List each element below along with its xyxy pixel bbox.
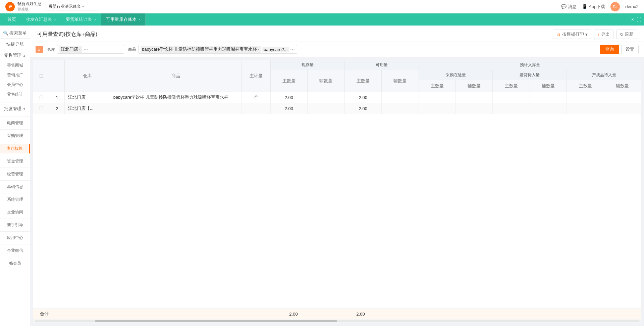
sidebar-item-inventory[interactable]: 库存核算 (0, 144, 30, 153)
sidebar-item-ops[interactable]: 经营管理 (0, 169, 30, 179)
sidebar-divider-1 (0, 102, 30, 102)
row-avail-aux (382, 92, 419, 103)
total-stock-main: 2.00 (277, 312, 310, 317)
row-product-aux (604, 92, 641, 103)
sidebar-item-corp[interactable]: 企业协同 (0, 207, 30, 217)
tab-receive-close-icon[interactable]: × (54, 17, 56, 21)
tab-receive[interactable]: 收发存汇总表 × (21, 13, 61, 26)
product-tag-babycare-remove[interactable]: × (258, 48, 260, 51)
table-body: ☐ 1 江北门店 babycare学饮杯 儿童防摔防撞吸管杯重力球吸嘴杯宝宝水杯… (33, 92, 641, 114)
sidebar-divider-2 (0, 117, 30, 117)
page-title: 可用量查询(按仓库+商品) (37, 31, 97, 38)
th-avail-aux: 辅数量 (382, 70, 419, 92)
chevron-down-icon: ▾ (82, 5, 84, 8)
sidebar-group-batch-title[interactable]: 批发管理 ▼ (0, 104, 30, 114)
row-warehouse: 江北门店【... (64, 103, 110, 114)
sidebar-item-member-center[interactable]: 会员中心 (0, 80, 30, 90)
selector-text: 母婴行业演示账套 (49, 4, 81, 9)
th-product-aux: 辅数量 (604, 80, 641, 92)
header-checkbox-icon[interactable]: ☐ (39, 73, 44, 79)
th-planned-in-group: 预计入库量 (419, 60, 641, 70)
message-button[interactable]: 💬 消息 (561, 4, 577, 10)
filter-bar: » 仓库 江北门店 × ··· 商品 babycare学饮杯 儿童防摔防撞吸管杯… (30, 42, 644, 57)
sidebar-group-retail-label: 零售管理 (4, 52, 21, 58)
sidebar-item-marketing[interactable]: 营销推广 (0, 70, 30, 80)
th-incoming-main: 主数量 (493, 80, 530, 92)
warehouse-filter-label: 仓库 (47, 47, 55, 52)
main-layout: 🔍 搜索菜单 快捷导航 零售管理 ▲ 零售商城 营销推广 会员中心 零售统计 批… (0, 26, 644, 326)
sidebar-divider-13 (0, 257, 30, 257)
logo-text-area: 畅捷通好生意 标准版 (17, 1, 42, 12)
user-name[interactable]: demo2 (625, 4, 639, 9)
tab-close-all-icon[interactable]: × (631, 17, 634, 22)
refresh-label: 刷新 (625, 31, 634, 37)
row-stock-aux (308, 103, 344, 114)
sidebar-group-retail-title[interactable]: 零售管理 ▲ (0, 50, 30, 60)
warehouse-filter-more[interactable]: ··· (84, 46, 88, 52)
sidebar: 🔍 搜索菜单 快捷导航 零售管理 ▲ 零售商城 营销推广 会员中心 零售统计 批… (0, 26, 30, 326)
sidebar-item-retail-shop[interactable]: 零售商城 (0, 60, 30, 70)
tab-available[interactable]: 可用量库存账本 × (101, 13, 146, 26)
horizontal-scrollbar[interactable] (33, 319, 641, 323)
sidebar-divider-7 (0, 180, 30, 181)
warehouse-filter-group: 仓库 江北门店 × ··· (47, 45, 124, 54)
th-incoming-group: 进货待入量 (493, 70, 567, 80)
account-selector[interactable]: 母婴行业演示账套 ▾ (46, 3, 99, 10)
sidebar-item-wx-work[interactable]: 企业微信 (0, 246, 30, 255)
row-checkbox-icon[interactable]: ☐ (39, 95, 44, 100)
th-available-group: 可用量 (344, 60, 419, 70)
row-purchase-aux (456, 103, 493, 114)
product-filter-more[interactable]: ··· (290, 46, 294, 52)
sidebar-item-retail-stat[interactable]: 零售统计 (0, 90, 30, 99)
sidebar-item-ecommerce[interactable]: 电商管理 (0, 118, 30, 128)
sidebar-item-basic[interactable]: 基础信息 (0, 182, 30, 192)
refresh-button[interactable]: ↻ 刷新 (616, 30, 637, 39)
tab-home[interactable]: 首页 (3, 13, 21, 26)
sidebar-divider-5 (0, 155, 30, 155)
sidebar-item-system[interactable]: 系统管理 (0, 195, 30, 204)
sidebar-divider-3 (0, 129, 30, 130)
app-label: App下载 (589, 4, 605, 10)
tab-order-stat-close-icon[interactable]: × (94, 17, 96, 21)
sidebar-item-member[interactable]: 畅会员 (0, 259, 30, 268)
page-actions: 🖨 按模板打印 ▾ ↑ 导出 ↻ 刷新 (553, 30, 638, 39)
product-filter-input[interactable]: babycare学饮杯 儿童防摔防撞吸管杯重力球吸嘴杯宝宝水杯 × babyca… (138, 45, 297, 54)
tab-order-stat[interactable]: 要货单统计表 × (61, 13, 101, 26)
warehouse-tag-jiangbei: 江北门店 × (59, 46, 82, 53)
sidebar-item-newbie[interactable]: 新手引导 (0, 220, 30, 230)
row-checkbox[interactable]: ☐ (33, 92, 50, 103)
export-icon: ↑ (598, 32, 600, 37)
export-button[interactable]: ↑ 导出 (594, 30, 614, 39)
sidebar-quick-nav[interactable]: 快捷导航 (0, 40, 30, 49)
logo-area: 好 畅捷通好生意 标准版 (5, 1, 42, 12)
scroll-thumb[interactable] (95, 320, 337, 322)
app-download-button[interactable]: 📱 App下载 (582, 4, 605, 10)
tab-available-close-icon[interactable]: × (139, 17, 141, 21)
sidebar-item-finance[interactable]: 资金管理 (0, 156, 30, 166)
sidebar-divider-12 (0, 244, 30, 244)
expand-icon: » (38, 47, 40, 52)
row-purchase-main (419, 103, 455, 114)
row-checkbox[interactable]: ☐ (33, 103, 50, 114)
filter-expand-button[interactable]: » (36, 46, 43, 53)
table-container: ☐ 仓库 商品 主计量 现存量 可用量 预计入库量 主数量 辅数 (33, 60, 641, 323)
top-bar-left: 好 畅捷通好生意 标准版 母婴行业演示账套 ▾ (5, 1, 99, 12)
tab-fullscreen-icon[interactable]: ⛶ (637, 17, 641, 22)
sidebar-search[interactable]: 🔍 搜索菜单 (0, 28, 30, 39)
row-purchase-aux (456, 92, 493, 103)
warehouse-tag-jiangbei-remove[interactable]: × (79, 48, 81, 51)
sidebar-item-app-center[interactable]: 应用中心 (0, 233, 30, 243)
row-incoming-main (493, 92, 530, 103)
row-checkbox-icon[interactable]: ☐ (39, 106, 44, 111)
setting-button[interactable]: 设置 (621, 45, 639, 54)
query-button[interactable]: 查询 (600, 45, 619, 54)
sidebar-divider-8 (0, 193, 30, 193)
th-product: 商品 (110, 60, 241, 92)
th-stock-group: 现存量 (270, 60, 344, 70)
sidebar-item-purchase[interactable]: 采购管理 (0, 131, 30, 141)
warehouse-filter-input[interactable]: 江北门店 × ··· (57, 45, 124, 54)
template-print-button[interactable]: 🖨 按模板打印 ▾ (553, 30, 591, 39)
table-scroll-area[interactable]: ☐ 仓库 商品 主计量 现存量 可用量 预计入库量 主数量 辅数 (33, 60, 641, 309)
avatar: Ea (610, 2, 620, 11)
search-icon: 🔍 (3, 31, 8, 36)
